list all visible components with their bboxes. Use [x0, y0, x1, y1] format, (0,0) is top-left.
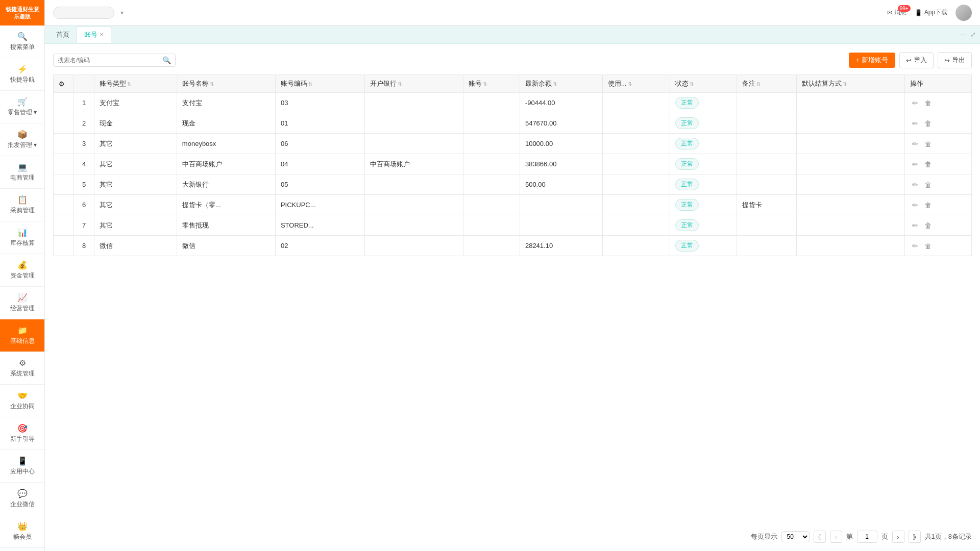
- app-download-button[interactable]: 📱 App下载: [915, 8, 947, 17]
- sidebar: 畅捷通财生意 乐趣版 🔍 搜索菜单 ⚡ 快捷导航 🛒 零售管理 ▾ 📦 批发管理…: [0, 0, 45, 551]
- col-usage[interactable]: 使用... ⇅: [602, 75, 670, 93]
- delete-button[interactable]: 🗑: [922, 159, 934, 169]
- tab-expand-icon[interactable]: ⤢: [970, 31, 976, 38]
- col-settings[interactable]: ⚙: [54, 75, 74, 93]
- sidebar-item-finance[interactable]: 💰 资金管理: [0, 254, 44, 287]
- sidebar-item-member[interactable]: 👑 畅会员: [0, 515, 44, 548]
- row-status: 正常: [670, 195, 737, 215]
- delete-button[interactable]: 🗑: [922, 180, 934, 190]
- sidebar-item-purchase[interactable]: 📋 采购管理: [0, 189, 44, 221]
- export-label: 导出: [952, 56, 965, 65]
- sidebar-item-guide[interactable]: 🎯 新手引导: [0, 417, 44, 450]
- delete-button[interactable]: 🗑: [922, 220, 934, 231]
- edit-button[interactable]: ✏: [910, 98, 920, 108]
- row-name: 支付宝: [177, 93, 275, 113]
- col-type[interactable]: 账号类型 ⇅: [94, 75, 177, 93]
- row-type: 其它: [94, 154, 177, 174]
- sidebar-item-shortcut[interactable]: ⚡ 快捷导航: [0, 58, 44, 91]
- sidebar-item-wechat[interactable]: 💬 企业微信: [0, 483, 44, 515]
- sidebar-item-basic[interactable]: 📁 基础信息: [0, 319, 44, 352]
- row-usage: [602, 154, 670, 174]
- page-next-button[interactable]: ›: [892, 531, 904, 543]
- tab-minimize-icon[interactable]: —: [960, 31, 966, 38]
- sort-usage-icon: ⇅: [628, 81, 632, 87]
- delete-button[interactable]: 🗑: [922, 200, 934, 210]
- col-default-settle[interactable]: 默认结算方式 ⇅: [796, 75, 905, 93]
- col-remark[interactable]: 备注 ⇅: [737, 75, 796, 93]
- tab-close-button[interactable]: ✕: [100, 32, 104, 37]
- search-input[interactable]: [58, 57, 162, 64]
- delete-button[interactable]: 🗑: [922, 241, 934, 251]
- add-account-button[interactable]: + 新增账号: [849, 53, 895, 68]
- page-first-button[interactable]: ⟪: [814, 531, 826, 543]
- col-account[interactable]: 账号 ⇅: [463, 75, 520, 93]
- search-nav-icon: 🔍: [4, 32, 40, 41]
- sidebar-item-operation[interactable]: 📈 经营管理: [0, 287, 44, 319]
- sidebar-item-retail[interactable]: 🛒 零售管理 ▾: [0, 91, 44, 123]
- import-button[interactable]: ↩ 导入: [899, 52, 934, 68]
- edit-button[interactable]: ✏: [910, 118, 920, 129]
- ecommerce-icon: 💻: [4, 162, 40, 172]
- sidebar-item-search[interactable]: 🔍 搜索菜单: [0, 26, 44, 58]
- edit-button[interactable]: ✏: [910, 180, 920, 190]
- edit-button[interactable]: ✏: [910, 139, 920, 149]
- page-prev-button[interactable]: ‹: [830, 531, 842, 543]
- row-default-settle: [796, 154, 905, 174]
- sidebar-item-wholesale[interactable]: 📦 批发管理 ▾: [0, 123, 44, 156]
- col-actions: 操作: [905, 75, 972, 93]
- col-bank[interactable]: 开户银行 ⇅: [364, 75, 463, 93]
- col-code[interactable]: 账号编码 ⇅: [275, 75, 364, 93]
- edit-button[interactable]: ✏: [910, 220, 920, 231]
- col-status[interactable]: 状态 ⇅: [670, 75, 737, 93]
- tab-account-label: 账号: [84, 30, 97, 39]
- row-name: moneybosx: [177, 134, 275, 154]
- appcenter-icon: 📱: [4, 456, 40, 466]
- page-size-select[interactable]: 50 100 200: [781, 531, 810, 542]
- tab-home[interactable]: 首页: [49, 27, 77, 42]
- search-icon[interactable]: 🔍: [162, 56, 171, 64]
- user-avatar[interactable]: [955, 5, 972, 21]
- delete-button[interactable]: 🗑: [922, 139, 934, 149]
- delete-button[interactable]: 🗑: [922, 98, 934, 108]
- topbar-dropdown-arrow[interactable]: ▾: [120, 9, 124, 16]
- sidebar-item-appcenter[interactable]: 📱 应用中心: [0, 450, 44, 483]
- main-wrapper: ▾ ✉ 消息 99+ 📱 App下载 首页 账号 ✕ — ⤢: [45, 0, 980, 551]
- sidebar-item-inventory[interactable]: 📊 库存核算: [0, 221, 44, 254]
- row-code: 04: [275, 154, 364, 174]
- sidebar-item-agreement[interactable]: 🤝 企业协同: [0, 385, 44, 417]
- page-input[interactable]: [857, 531, 877, 543]
- topbar-left: ▾: [53, 7, 124, 19]
- row-account: [463, 195, 520, 215]
- edit-button[interactable]: ✏: [910, 159, 920, 169]
- page-size-label: 每页显示: [751, 532, 777, 541]
- row-status: 正常: [670, 236, 737, 256]
- row-settings: [54, 113, 74, 134]
- row-num: 1: [74, 93, 94, 113]
- table-row: 5 其它 大新银行 05 500.00 正常 ✏ 🗑: [54, 174, 972, 195]
- sidebar-item-system[interactable]: ⚙ 系统管理: [0, 352, 44, 385]
- delete-button[interactable]: 🗑: [922, 118, 934, 129]
- topbar-search-input[interactable]: [53, 7, 114, 19]
- export-button[interactable]: ↪ 导出: [938, 52, 972, 68]
- page-last-button[interactable]: ⟫: [909, 531, 921, 543]
- edit-button[interactable]: ✏: [910, 200, 920, 210]
- tab-account[interactable]: 账号 ✕: [77, 27, 111, 43]
- col-name[interactable]: 账号名称 ⇅: [177, 75, 275, 93]
- col-balance[interactable]: 最新余额 ⇅: [520, 75, 602, 93]
- wholesale-icon: 📦: [4, 130, 40, 139]
- search-box: 🔍: [53, 54, 176, 67]
- row-actions: ✏ 🗑: [905, 174, 972, 195]
- edit-button[interactable]: ✏: [910, 241, 920, 251]
- row-remark: [737, 154, 796, 174]
- topbar-right: ✉ 消息 99+ 📱 App下载: [887, 5, 972, 21]
- agreement-icon: 🤝: [4, 391, 40, 400]
- message-button[interactable]: ✉ 消息 99+: [887, 8, 906, 17]
- row-balance: [520, 195, 602, 215]
- row-remark: [737, 174, 796, 195]
- message-icon: ✉: [887, 9, 892, 16]
- row-bank: [364, 174, 463, 195]
- row-usage: [602, 195, 670, 215]
- row-code: 05: [275, 174, 364, 195]
- row-remark: [737, 236, 796, 256]
- sidebar-item-ecommerce[interactable]: 💻 电商管理: [0, 156, 44, 189]
